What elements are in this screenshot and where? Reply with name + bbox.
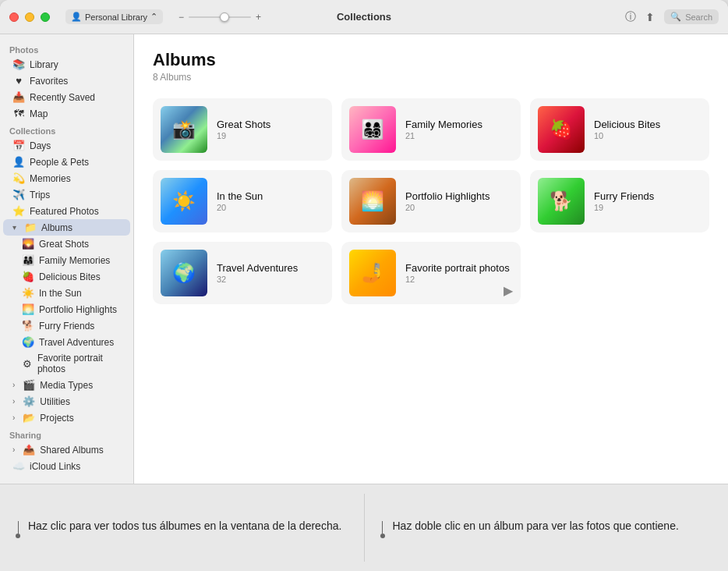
- sidebar-item-featured-photos[interactable]: ⭐ Featured Photos: [3, 203, 130, 219]
- sidebar-section-sharing: Sharing: [0, 426, 133, 442]
- album-count-great-shots: 19: [217, 131, 324, 140]
- days-icon: 📅: [12, 140, 25, 151]
- library-selector-label: Personal Library: [85, 12, 147, 22]
- recently-saved-icon: 📥: [12, 91, 25, 103]
- memories-icon: 💫: [12, 172, 25, 184]
- album-card-portfolio-highlights[interactable]: Portfolio Highlights 20: [341, 170, 521, 232]
- album-thumbnail-travel-adventures: [161, 250, 207, 296]
- sidebar-label-in-the-sun: In the Sun: [39, 288, 82, 299]
- icloud-links-icon: ☁️: [12, 460, 25, 472]
- zoom-slider[interactable]: [189, 16, 251, 18]
- in-the-sun-thumb-icon: ☀️: [22, 287, 34, 299]
- album-card-in-the-sun[interactable]: In the Sun 20: [153, 170, 332, 232]
- info-icon[interactable]: ⓘ: [625, 10, 636, 24]
- sidebar-item-media-types[interactable]: › 🎬 Media Types: [3, 377, 130, 393]
- album-thumbnail-favorite-portrait: [349, 250, 396, 296]
- media-types-expand-icon: ›: [12, 381, 15, 389]
- sidebar-item-icloud-links[interactable]: ☁️ iCloud Links: [3, 458, 130, 474]
- media-types-icon: 🎬: [23, 379, 35, 391]
- sidebar-item-memories[interactable]: 💫 Memories: [3, 170, 130, 186]
- album-card-great-shots[interactable]: Great Shots 19: [153, 98, 332, 161]
- album-info-furry-friends: Furry Friends 19: [594, 190, 701, 212]
- album-thumbnail-family-memories: [349, 106, 396, 153]
- sidebar-item-library[interactable]: 📚 Library: [3, 56, 130, 73]
- sidebar-label-delicious-bites: Delicious Bites: [39, 271, 101, 282]
- album-name-delicious-bites: Delicious Bites: [594, 119, 701, 130]
- sidebar-label-people-pets: People & Pets: [30, 157, 89, 168]
- travel-adventures-thumb-icon: 🌍: [22, 336, 34, 348]
- window-title: Collections: [337, 11, 391, 23]
- portfolio-thumb-icon: 🌅: [22, 303, 34, 315]
- sidebar-item-projects[interactable]: › 📂 Projects: [3, 410, 130, 426]
- chevron-icon: ⌃: [150, 12, 157, 22]
- album-card-delicious-bites[interactable]: Delicious Bites 10: [530, 98, 709, 161]
- album-count-travel-adventures: 32: [217, 275, 324, 284]
- play-icon[interactable]: ▶: [504, 283, 513, 298]
- featured-photos-icon: ⭐: [12, 205, 25, 217]
- album-thumbnail-portfolio-highlights: [349, 178, 396, 225]
- map-icon: 🗺: [12, 108, 25, 119]
- titlebar-right: ⓘ ⬆ 🔍 Search: [625, 9, 719, 24]
- album-info-in-the-sun: In the Sun 20: [217, 190, 324, 212]
- album-card-favorite-portrait[interactable]: Favorite portrait photos 12 ▶: [341, 242, 521, 304]
- album-thumbnail-in-the-sun: [161, 178, 207, 225]
- album-thumbnail-furry-friends: [538, 178, 585, 225]
- album-card-furry-friends[interactable]: Furry Friends 19: [530, 170, 709, 232]
- sidebar-item-family-memories[interactable]: 👨‍👩‍👧 Family Memories: [3, 252, 130, 268]
- album-count-family-memories: 21: [405, 131, 513, 140]
- zoom-slider-container: − +: [178, 12, 261, 23]
- sidebar-label-great-shots: Great Shots: [39, 239, 89, 250]
- sidebar-item-portfolio-highlights[interactable]: 🌅 Portfolio Highlights: [3, 301, 130, 317]
- album-name-travel-adventures: Travel Adventures: [217, 262, 324, 274]
- minus-icon: −: [178, 12, 184, 23]
- sidebar-item-great-shots[interactable]: 🌄 Great Shots: [3, 236, 130, 252]
- sidebar-item-trips[interactable]: ✈️ Trips: [3, 186, 130, 203]
- sidebar-section-collections: Collections: [0, 122, 133, 137]
- library-selector[interactable]: 👤 Personal Library ⌃: [65, 9, 163, 24]
- sidebar-item-in-the-sun[interactable]: ☀️ In the Sun: [3, 285, 130, 301]
- album-name-furry-friends: Furry Friends: [594, 190, 701, 202]
- sidebar-item-recently-saved[interactable]: 📥 Recently Saved: [3, 89, 130, 105]
- albums-icon: 📁: [24, 222, 37, 233]
- titlebar: 👤 Personal Library ⌃ − + Collections ⓘ ⬆…: [0, 0, 728, 34]
- furry-friends-thumb-icon: 🐕: [22, 320, 34, 332]
- sidebar-item-utilities[interactable]: › ⚙️ Utilities: [3, 393, 130, 410]
- sidebar-item-people-pets[interactable]: 👤 People & Pets: [3, 154, 130, 170]
- album-name-family-memories: Family Memories: [405, 119, 513, 130]
- sidebar-item-shared-albums[interactable]: › 📤 Shared Albums: [3, 442, 130, 458]
- sidebar-label-map: Map: [30, 108, 48, 119]
- sidebar-item-favorites[interactable]: ♥ Favorites: [3, 73, 130, 89]
- album-name-great-shots: Great Shots: [217, 119, 324, 130]
- slider-thumb: [220, 12, 229, 22]
- sidebar-item-favorite-portrait[interactable]: ⚙ Favorite portrait photos: [3, 350, 130, 377]
- sidebar-item-delicious-bites[interactable]: 🍓 Delicious Bites: [3, 268, 130, 285]
- plus-icon: +: [256, 12, 261, 23]
- album-count-in-the-sun: 20: [217, 203, 324, 212]
- album-name-favorite-portrait: Favorite portrait photos: [405, 262, 513, 274]
- sidebar-item-map[interactable]: 🗺 Map: [3, 105, 130, 122]
- sidebar-item-albums[interactable]: ▾ 📁 Albums: [3, 219, 130, 236]
- sidebar-label-travel-adventures: Travel Adventures: [39, 337, 114, 348]
- sidebar-item-days[interactable]: 📅 Days: [3, 137, 130, 154]
- sidebar-label-projects: Projects: [40, 413, 73, 424]
- search-box[interactable]: 🔍 Search: [664, 9, 719, 24]
- minimize-button[interactable]: [25, 12, 34, 22]
- sidebar-label-albums: Albums: [41, 222, 72, 233]
- utilities-icon: ⚙️: [23, 395, 35, 407]
- album-card-family-memories[interactable]: Family Memories 21: [341, 98, 521, 161]
- albums-grid: Great Shots 19 Family Memories 21: [153, 98, 709, 304]
- projects-icon: 📂: [23, 412, 35, 424]
- album-count-favorite-portrait: 12: [405, 275, 513, 284]
- share-icon[interactable]: ⬆: [645, 11, 655, 23]
- search-placeholder: Search: [685, 12, 712, 22]
- close-button[interactable]: [9, 12, 19, 22]
- sidebar-item-furry-friends[interactable]: 🐕 Furry Friends: [3, 317, 130, 334]
- album-thumbnail-great-shots: [161, 106, 207, 153]
- sidebar-label-recently-saved: Recently Saved: [30, 92, 95, 103]
- sidebar-item-travel-adventures[interactable]: 🌍 Travel Adventures: [3, 334, 130, 350]
- album-count-portfolio-highlights: 20: [405, 203, 513, 212]
- sidebar-label-furry-friends: Furry Friends: [39, 321, 94, 332]
- sidebar-label-family-memories: Family Memories: [39, 255, 110, 266]
- fullscreen-button[interactable]: [41, 12, 50, 22]
- album-card-travel-adventures[interactable]: Travel Adventures 32: [153, 242, 332, 304]
